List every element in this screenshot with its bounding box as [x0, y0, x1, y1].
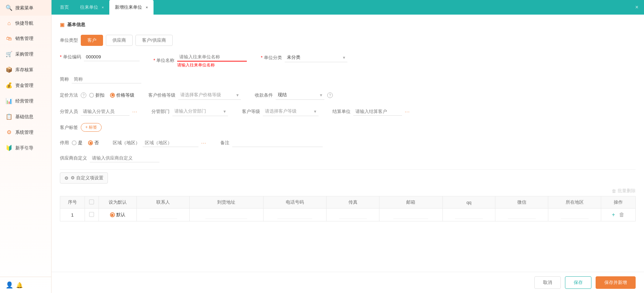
section-basic-info: ▣ 基本信息	[60, 22, 636, 28]
form-row-supplier-custom: 供应商自定义	[60, 154, 636, 162]
email-input[interactable]	[393, 211, 428, 219]
cell-contact	[137, 209, 190, 221]
unit-name-input[interactable]	[177, 53, 247, 62]
sidebar-item-operations[interactable]: 📊 经营管理	[0, 93, 51, 109]
unit-name-error: 请输入往来单位名称	[177, 62, 247, 68]
payment-terms-help-icon[interactable]: ?	[327, 92, 333, 98]
disabled-radio-no[interactable]: 否	[88, 140, 99, 146]
th-fax: 传真	[327, 196, 379, 209]
cell-default: 默认	[99, 209, 137, 221]
settlement-unit-input[interactable]	[353, 107, 402, 116]
form-group-tags: 客户标签 + 标签	[60, 123, 102, 132]
tab-home[interactable]: 首页	[54, 0, 74, 15]
fax-input[interactable]	[339, 211, 367, 219]
tabbar-close-all[interactable]: ×	[633, 4, 641, 10]
customer-price-level-label: 客户价格等级	[148, 92, 175, 98]
cell-phone	[263, 209, 327, 221]
save-and-new-button[interactable]: 保存并新增	[596, 276, 636, 289]
settlement-unit-more-btn[interactable]: ···	[405, 109, 410, 114]
th-region: 所在地区	[548, 196, 601, 209]
form-group-remarks: 备注	[220, 139, 323, 147]
supplier-custom-label: 供应商自定义	[60, 155, 87, 161]
disabled-radio-yes[interactable]: 是	[72, 140, 83, 146]
form-row-short-name: 简称	[60, 75, 636, 83]
sidebar-item-inventory[interactable]: 📦 库存核算	[0, 62, 51, 78]
cell-email	[379, 209, 443, 221]
radio-level-circle	[110, 93, 115, 98]
sidebar-item-basic-info[interactable]: 📋 基础信息	[0, 109, 51, 124]
table-header-row: 序号 设为默认 联系人 到货地址 电话号码 传真 邮箱 qq 微信 所在地区 操…	[60, 196, 636, 209]
sidebar-item-finance[interactable]: 💰 资金管理	[0, 78, 51, 93]
batch-delete-label[interactable]: 批量删除	[618, 188, 636, 194]
sidebar-item-system[interactable]: ⚙ 系统管理	[0, 124, 51, 140]
sidebar: 🔍 搜索菜单 ⌂ 快捷导航 🛍 销售管理 🛒 采购管理 📦 库存核算 💰 资金管…	[0, 0, 52, 293]
pricing-radio-discount[interactable]: 折扣	[89, 92, 104, 98]
supplier-custom-input[interactable]	[90, 154, 159, 162]
th-default: 设为默认	[99, 196, 137, 209]
wechat-input[interactable]	[508, 211, 536, 219]
region-input[interactable]	[143, 139, 198, 147]
type-btn-supplier[interactable]: 供应商	[106, 35, 133, 46]
table-region-input[interactable]	[561, 211, 589, 219]
form-row-disabled: 停用 是 否 区域（地区） ··· 备注	[60, 139, 636, 147]
customer-level-select[interactable]: 请选择客户等级 ▾	[263, 107, 319, 116]
manager-input[interactable]	[81, 107, 129, 116]
pricing-help-icon[interactable]: ?	[81, 92, 86, 98]
sidebar-item-sales[interactable]: 🛍 销售管理	[0, 31, 51, 46]
form-group-supplier-custom: 供应商自定义	[60, 154, 159, 162]
sidebar-item-search[interactable]: 🔍 搜索菜单	[0, 0, 51, 16]
customer-level-chevron: ▾	[314, 109, 316, 114]
save-button[interactable]: 保存	[565, 276, 591, 289]
contact-input[interactable]	[149, 211, 177, 219]
pricing-radio-group: 折扣 价格等级	[89, 92, 134, 98]
sidebar-item-guide[interactable]: 🔰 新手引导	[0, 140, 51, 156]
set-default-radio[interactable]: 默认	[102, 212, 133, 218]
department-label: 分管部门	[151, 108, 170, 115]
section-title: 基本信息	[67, 22, 85, 28]
type-btn-customer[interactable]: 客户	[81, 35, 103, 46]
type-btn-both[interactable]: 客户/供应商	[135, 35, 173, 46]
form-group-unit-name: 单位名称 请输入往来单位名称	[154, 53, 247, 68]
department-select[interactable]: 请输入分管部门 ▾	[172, 107, 228, 116]
manager-more-btn[interactable]: ···	[132, 109, 138, 114]
phone-input[interactable]	[277, 211, 312, 219]
sidebar-bottom: 👤 🔔	[0, 277, 51, 293]
sidebar-item-purchase[interactable]: 🛒 采购管理	[0, 46, 51, 62]
address-input[interactable]	[205, 211, 247, 219]
table-row: 1 默认	[60, 209, 636, 221]
unit-type-label: 单位类型	[60, 37, 78, 43]
add-row-btn[interactable]: +	[612, 212, 615, 218]
unit-category-label: 单位分类	[261, 55, 282, 61]
default-radio-circle	[110, 212, 115, 217]
unit-code-input[interactable]	[84, 53, 140, 61]
tab-partners[interactable]: 往来单位 ×	[74, 0, 109, 15]
sidebar-item-quick-nav[interactable]: ⌂ 快捷导航	[0, 16, 51, 31]
remarks-label: 备注	[220, 140, 229, 146]
customer-price-level-select[interactable]: 请选择客户价格等级 ▾	[178, 90, 241, 100]
tab-partners-close[interactable]: ×	[102, 5, 104, 9]
pricing-radio-level[interactable]: 价格等级	[110, 92, 134, 98]
delete-row-btn[interactable]: 🗑	[619, 212, 625, 218]
remarks-input[interactable]	[232, 139, 323, 147]
row-checkbox[interactable]	[89, 212, 94, 217]
th-seq: 序号	[60, 196, 85, 209]
th-action: 操作	[601, 196, 635, 209]
add-tag-btn[interactable]: + 标签	[81, 123, 102, 132]
tab-new-partner[interactable]: 新增往来单位 ×	[109, 0, 153, 15]
form-group-pricing-method: 定价方法 ? 折扣 价格等级	[60, 92, 134, 98]
tab-new-partner-close[interactable]: ×	[146, 5, 148, 9]
custom-settings-btn[interactable]: ⚙ ⚙ 自定义项设置	[60, 172, 108, 184]
radio-yes-circle	[72, 140, 77, 145]
unit-category-select[interactable]: 未分类 ▾	[285, 53, 347, 62]
short-name-input[interactable]	[72, 75, 141, 83]
select-all-checkbox[interactable]	[89, 200, 94, 204]
payment-terms-label: 收款条件	[255, 92, 273, 98]
region-more-btn[interactable]: ···	[201, 140, 206, 146]
payment-terms-select[interactable]: 现结 ▾	[276, 90, 324, 100]
short-name-label: 简称	[60, 76, 69, 82]
cell-seq: 1	[60, 209, 85, 221]
home-icon: ⌂	[6, 20, 13, 26]
qq-input[interactable]	[455, 211, 483, 219]
cancel-button[interactable]: 取消	[534, 276, 561, 289]
form-group-unit-category: 单位分类 未分类 ▾	[261, 53, 347, 62]
